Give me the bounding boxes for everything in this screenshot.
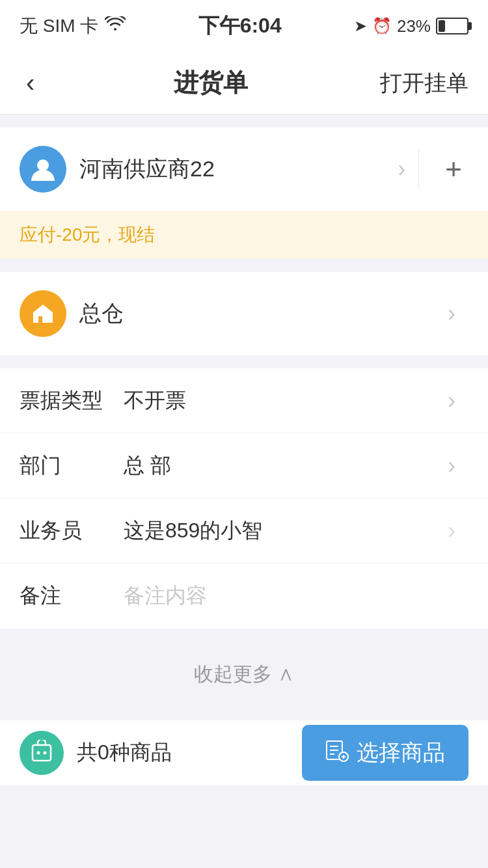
open-pending-button[interactable]: 打开挂单 [380, 68, 468, 98]
svg-point-5 [44, 752, 47, 755]
svg-rect-1 [38, 316, 42, 323]
invoice-chevron-icon: › [448, 387, 455, 414]
warehouse-name: 总仓 [79, 299, 448, 329]
select-product-button[interactable]: 选择商品 [302, 725, 468, 781]
status-bar: 无 SIM 卡 下午6:04 ➤ ⏰ 23% [0, 0, 488, 52]
supplier-divider [418, 150, 419, 189]
warehouse-row[interactable]: 总仓 › [0, 272, 488, 355]
svg-point-4 [37, 752, 40, 755]
dept-label: 部门 [20, 452, 111, 480]
select-product-label: 选择商品 [357, 738, 445, 768]
nav-bar: ‹ 进货单 打开挂单 [0, 52, 488, 115]
status-time: 下午6:04 [198, 12, 282, 40]
salesperson-chevron-icon: › [448, 517, 455, 545]
remark-row[interactable]: 备注 备注内容 [0, 563, 488, 629]
invoice-type-label: 票据类型 [20, 387, 111, 415]
dept-row[interactable]: 部门 总 部 › [0, 433, 488, 498]
dept-chevron-icon: › [448, 452, 455, 480]
warehouse-chevron-icon: › [448, 300, 455, 327]
svg-rect-2 [44, 316, 47, 323]
supplier-section: 河南供应商22 › + [0, 128, 488, 211]
invoice-type-row[interactable]: 票据类型 不开票 › [0, 368, 488, 433]
carrier-text: 无 SIM 卡 [20, 14, 98, 38]
wifi-icon [105, 16, 126, 36]
alarm-icon: ⏰ [372, 17, 392, 35]
select-product-icon [325, 739, 349, 767]
salesperson-value: 这是859的小智 [111, 517, 448, 545]
supplier-name: 河南供应商22 [79, 154, 398, 184]
content: 河南供应商22 › + 应付-20元，现结 总仓 › 票据类型 不开票 › [0, 115, 488, 785]
back-button[interactable]: ‹ [20, 62, 41, 104]
status-right: ➤ ⏰ 23% [354, 16, 468, 36]
warehouse-icon [20, 290, 66, 337]
svg-point-0 [37, 159, 49, 171]
salesperson-row[interactable]: 业务员 这是859的小智 › [0, 498, 488, 563]
supplier-avatar [20, 146, 66, 193]
invoice-type-value: 不开票 [111, 387, 448, 415]
collapse-label: 收起更多 ∧ [194, 661, 293, 688]
collapse-row[interactable]: 收起更多 ∧ [0, 642, 488, 707]
battery-icon [436, 18, 468, 34]
notice-text: 应付-20元，现结 [20, 224, 155, 245]
page-title: 进货单 [174, 66, 248, 100]
svg-rect-3 [33, 745, 51, 761]
battery-percent: 23% [397, 16, 431, 36]
product-count: 共0种商品 [77, 739, 302, 767]
remark-label: 备注 [20, 582, 111, 610]
remark-input[interactable]: 备注内容 [111, 582, 468, 610]
dept-value: 总 部 [111, 452, 448, 480]
notice-bar: 应付-20元，现结 [0, 211, 488, 259]
product-cart-icon [20, 731, 64, 775]
location-icon: ➤ [354, 17, 367, 35]
bottom-bar: 共0种商品 选择商品 [0, 720, 488, 785]
salesperson-label: 业务员 [20, 517, 111, 545]
add-supplier-button[interactable]: + [439, 153, 468, 185]
form-card: 票据类型 不开票 › 部门 总 部 › 业务员 这是859的小智 › 备注 备注… [0, 368, 488, 629]
supplier-row[interactable]: 河南供应商22 › + [0, 128, 488, 211]
supplier-chevron-icon: › [398, 156, 405, 183]
status-left: 无 SIM 卡 [20, 14, 126, 38]
